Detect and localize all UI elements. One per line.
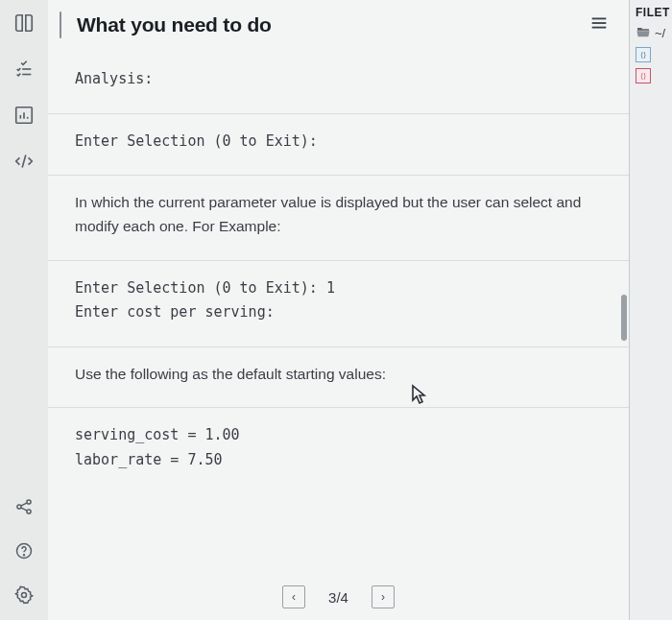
page-title: What you need to do <box>77 13 588 36</box>
scrollbar-thumb[interactable] <box>621 295 627 341</box>
folder-row[interactable]: ~/ <box>636 25 665 41</box>
scrollbar-track[interactable] <box>621 58 627 572</box>
file-tree-panel: FILET ~/ ⟨⟩ ⟨⟩ <box>630 0 672 620</box>
left-nav-rail <box>0 0 48 620</box>
folder-open-icon <box>636 25 651 41</box>
file-icon-active[interactable]: ⟨⟩ <box>636 68 651 83</box>
svg-point-14 <box>22 593 27 598</box>
header: What you need to do <box>48 0 629 52</box>
folder-name: ~/ <box>655 26 665 40</box>
menu-icon[interactable] <box>588 12 610 37</box>
main-panel: What you need to do Analysis: Enter Sele… <box>48 0 630 620</box>
pager: ‹ 3/4 › <box>48 576 629 620</box>
file-icon[interactable]: ⟨⟩ <box>636 47 651 62</box>
defaults-code-block: serving_cost = 1.00 labor_rate = 7.50 <box>48 408 629 493</box>
svg-point-13 <box>24 555 25 556</box>
checklist-icon[interactable] <box>12 58 36 81</box>
settings-icon[interactable] <box>12 584 36 607</box>
prompt-text: Enter Selection (0 to Exit): <box>75 130 606 155</box>
pager-prev-button[interactable]: ‹ <box>282 585 305 608</box>
example-block: Enter Selection (0 to Exit): 1 Enter cos… <box>48 261 629 347</box>
book-icon[interactable] <box>12 12 36 35</box>
content-scroll[interactable]: Analysis: Enter Selection (0 to Exit): I… <box>48 52 629 576</box>
analysis-label: Analysis: <box>75 67 606 92</box>
svg-line-6 <box>22 155 26 168</box>
defaults-intro-block: Use the following as the default startin… <box>48 347 629 409</box>
defaults-intro-text: Use the following as the default startin… <box>75 363 606 387</box>
analysis-block: Analysis: <box>48 52 629 114</box>
share-icon[interactable] <box>12 495 36 518</box>
file-tree-label: FILET <box>636 6 670 19</box>
pager-label: 3/4 <box>328 589 348 606</box>
explain-block: In which the current parameter value is … <box>48 176 629 261</box>
explain-text: In which the current parameter value is … <box>75 191 606 239</box>
example-code: Enter Selection (0 to Exit): 1 Enter cos… <box>75 276 606 325</box>
help-icon[interactable] <box>12 539 36 562</box>
header-divider <box>60 12 61 38</box>
svg-line-11 <box>21 508 28 511</box>
defaults-code: serving_cost = 1.00 labor_rate = 7.50 <box>75 423 606 472</box>
pager-next-button[interactable]: › <box>372 585 395 608</box>
svg-line-10 <box>21 503 28 506</box>
code-icon[interactable] <box>12 150 36 173</box>
analytics-icon[interactable] <box>12 104 36 127</box>
prompt-block: Enter Selection (0 to Exit): <box>48 114 629 177</box>
